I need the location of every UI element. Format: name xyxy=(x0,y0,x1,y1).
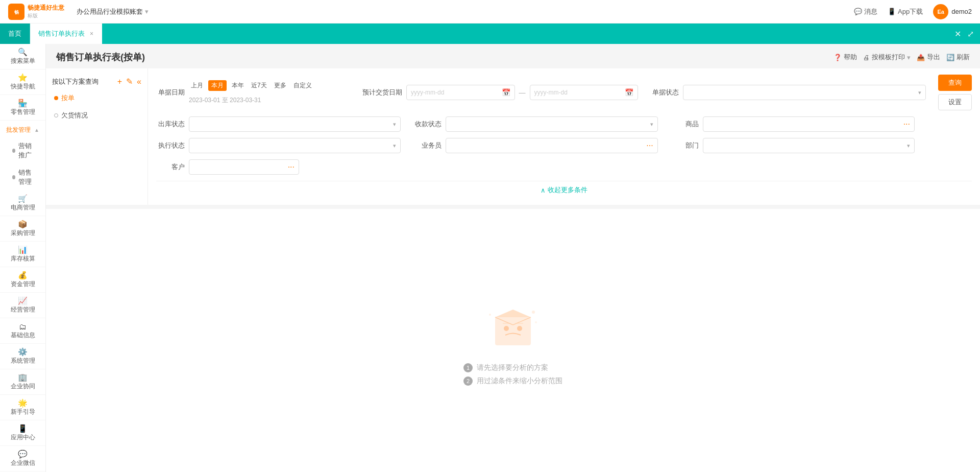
content-area: 销售订单执行表(按单) ❓ 帮助 🖨 按模板打印 ▾ 📤 导出 🔄 刷新 xyxy=(46,44,980,472)
avatar: Ea xyxy=(933,4,948,19)
customer-input[interactable]: ··· xyxy=(189,159,299,175)
salesperson-label: 业务员 xyxy=(413,141,442,150)
payment-status-label: 收款状态 xyxy=(413,120,442,129)
tab-close-icon[interactable]: × xyxy=(90,30,93,37)
message-button[interactable]: 💬 消息 xyxy=(854,7,877,16)
tab-close-all-icon[interactable]: ✕ xyxy=(954,29,961,39)
calendar-to-icon[interactable]: 📅 xyxy=(625,88,633,97)
sidebar-item-search[interactable]: 🔍 搜索菜单 xyxy=(0,44,45,69)
nav-breadcrumb[interactable]: 办公用品行业模拟账套 ▾ xyxy=(77,7,149,16)
sidebar-item-purchase[interactable]: 📦 采购管理 xyxy=(0,216,45,242)
search-button[interactable]: 查询 xyxy=(938,75,972,91)
sales-exec-tab-label: 销售订单执行表 xyxy=(38,29,85,38)
sidebar-item-ecommerce[interactable]: 🛒 电商管理 xyxy=(0,191,45,216)
main-layout: 🔍 搜索菜单 ⭐ 快捷导航 🏪 零售管理 批发管理 ▲ 营销推广 销售管理 🛒 … xyxy=(0,44,980,472)
scheme-item-debt[interactable]: 欠货情况 xyxy=(46,107,148,124)
exec-status-select[interactable]: ▾ xyxy=(189,138,401,153)
sidebar-item-wholesale[interactable]: 批发管理 ▲ xyxy=(0,121,45,137)
system-icon: ⚙️ xyxy=(18,347,28,357)
date-tab-custom[interactable]: 自定义 xyxy=(291,80,314,91)
expected-delivery-to[interactable]: yyyy-mm-dd 📅 xyxy=(530,85,639,100)
tab-home[interactable]: 首页 xyxy=(0,23,30,44)
order-status-group: 单据状态 ▾ xyxy=(650,85,926,100)
user-area[interactable]: Ea demo2 xyxy=(933,4,972,19)
quicknav-icon: ⭐ xyxy=(18,73,28,82)
user-name: demo2 xyxy=(951,8,972,15)
sidebar-item-wechat[interactable]: 💬 企业微信 xyxy=(0,446,45,471)
svg-point-6 xyxy=(504,326,509,331)
department-select[interactable]: ▾ xyxy=(703,138,915,153)
order-status-select[interactable]: ▾ xyxy=(683,85,926,100)
sidebar-sub-marketing[interactable]: 营销推广 xyxy=(0,137,45,164)
filter-row-1: 单据日期 上月 本月 本年 近7天 更多 自定义 20 xyxy=(156,75,972,110)
customer-more-icon[interactable]: ··· xyxy=(288,162,295,172)
date-tab-more[interactable]: 更多 xyxy=(272,80,288,91)
sidebar-item-finance[interactable]: 💰 资金管理 xyxy=(0,267,45,293)
date-tab-this-month[interactable]: 本月 xyxy=(208,80,227,91)
svg-marker-3 xyxy=(495,310,531,317)
product-input[interactable]: ··· xyxy=(703,116,915,132)
sidebar-item-appstore[interactable]: 📱 应用中心 xyxy=(0,420,45,446)
edit-scheme-button[interactable]: ✎ xyxy=(126,77,133,86)
page-actions: ❓ 帮助 🖨 按模板打印 ▾ 📤 导出 🔄 刷新 xyxy=(834,53,970,62)
sidebar-item-retail[interactable]: 🏪 零售管理 xyxy=(0,95,45,121)
sales-dot-icon xyxy=(12,175,15,179)
page-header: 销售订单执行表(按单) ❓ 帮助 🖨 按模板打印 ▾ 📤 导出 🔄 刷新 xyxy=(46,44,980,68)
sidebar-item-operations[interactable]: 📈 经营管理 xyxy=(0,293,45,318)
search-settings-group: 查询 设置 xyxy=(938,75,972,110)
collapse-chevron-icon: ∧ xyxy=(541,186,546,194)
nav-dropdown-icon[interactable]: ▾ xyxy=(145,8,149,15)
operations-icon: 📈 xyxy=(18,296,28,305)
enterprise-icon: 🏢 xyxy=(18,373,28,382)
date-tab-this-year[interactable]: 本年 xyxy=(230,80,246,91)
collapse-scheme-button[interactable]: « xyxy=(137,77,141,86)
top-bar-left: 畅 畅捷通好生意 标版 办公用品行业模拟账套 ▾ xyxy=(8,4,149,20)
add-scheme-button[interactable]: + xyxy=(117,77,122,86)
tab-bar-actions: ✕ ⤢ xyxy=(948,23,980,44)
date-tab-7days[interactable]: 近7天 xyxy=(249,80,269,91)
sidebar-item-basics[interactable]: 🗂 基础信息 xyxy=(0,318,45,344)
sidebar-item-newbie[interactable]: 🌟 新手引导 xyxy=(0,395,45,420)
sidebar-sub-sales[interactable]: 销售管理 xyxy=(0,164,45,191)
salesperson-group: 业务员 ··· xyxy=(413,138,657,153)
salesperson-more-icon[interactable]: ··· xyxy=(646,141,653,150)
scheme-item-by-order[interactable]: 按单 xyxy=(46,89,148,107)
settings-button[interactable]: 设置 xyxy=(938,94,972,110)
message-icon: 💬 xyxy=(854,8,862,15)
filter-panel: 按以下方案查询 + ✎ « 按单 欠货情况 xyxy=(46,68,980,205)
date-tab-last-month[interactable]: 上月 xyxy=(189,80,205,91)
salesperson-input[interactable]: ··· xyxy=(446,138,657,153)
empty-tip-2: 2 用过滤条件来缩小分析范围 xyxy=(463,376,562,386)
empty-tip-1: 1 请先选择要分析的方案 xyxy=(463,363,562,372)
filter-row-2: 出库状态 ▾ 收款状态 ▾ xyxy=(156,116,972,132)
sidebar-item-system[interactable]: ⚙️ 系统管理 xyxy=(0,344,45,369)
svg-point-12 xyxy=(535,321,537,323)
template-print-button[interactable]: 🖨 按模板打印 ▾ xyxy=(863,53,911,62)
refresh-button[interactable]: 🔄 刷新 xyxy=(946,53,970,62)
svg-text:畅: 畅 xyxy=(14,10,19,15)
payment-status-select[interactable]: ▾ xyxy=(446,116,657,132)
sidebar: 🔍 搜索菜单 ⭐ 快捷导航 🏪 零售管理 批发管理 ▲ 营销推广 销售管理 🛒 … xyxy=(0,44,46,472)
collapse-conditions-button[interactable]: ∧ 收起更多条件 xyxy=(541,185,587,195)
marketing-dot-icon xyxy=(12,149,15,153)
wholesale-expand-icon: ▲ xyxy=(34,127,39,133)
export-button[interactable]: 📤 导出 xyxy=(917,53,940,62)
app-download-button[interactable]: 📱 App下载 xyxy=(888,7,923,16)
refresh-icon: 🔄 xyxy=(946,54,954,61)
inventory-icon: 📊 xyxy=(18,245,28,254)
print-icon: 🖨 xyxy=(863,54,870,61)
tab-expand-icon[interactable]: ⤢ xyxy=(967,29,974,39)
sidebar-item-quicknav[interactable]: ⭐ 快捷导航 xyxy=(0,69,45,95)
sidebar-item-inventory[interactable]: 📊 库存核算 xyxy=(0,242,45,267)
sidebar-item-enterprise[interactable]: 🏢 企业协同 xyxy=(0,369,45,395)
help-button[interactable]: ❓ 帮助 xyxy=(834,53,857,62)
tab-sales-exec[interactable]: 销售订单执行表 × xyxy=(30,23,102,44)
retail-icon: 🏪 xyxy=(18,99,28,108)
exec-status-group: 执行状态 ▾ xyxy=(156,138,401,153)
delivery-status-select[interactable]: ▾ xyxy=(189,116,401,132)
expected-delivery-from[interactable]: yyyy-mm-dd 📅 xyxy=(406,85,515,100)
tab-bar: 首页 销售订单执行表 × ✕ ⤢ xyxy=(0,23,980,44)
date-filter-label: 单据日期 xyxy=(156,88,185,97)
product-more-icon[interactable]: ··· xyxy=(903,120,910,129)
calendar-from-icon[interactable]: 📅 xyxy=(502,88,510,97)
